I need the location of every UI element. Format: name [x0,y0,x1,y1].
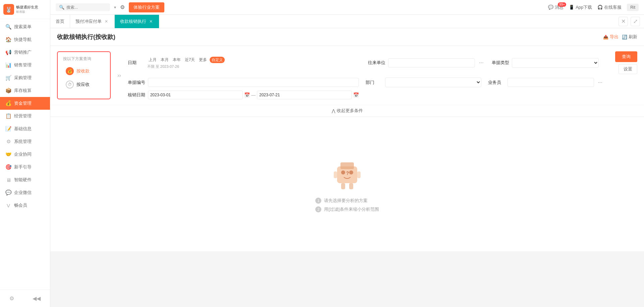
empty-tips: 1 请先选择要分析的方案 2 用[过滤]条件来缩小分析范围 [315,198,379,212]
staff-input[interactable] [507,78,594,87]
verify-date-start-input[interactable] [148,91,243,99]
sidebar-item-shortcut[interactable]: 🏠 快捷导航 [0,33,50,46]
online-service-btn[interactable]: 🎧 在线客服 [597,4,622,10]
shortcut-last-month[interactable]: 上月 [147,56,158,63]
sidebar-item-basic[interactable]: 📝 基础信息 [0,122,50,135]
filter-actions: 查询 设置 [615,51,637,74]
app-icon: 📱 [569,5,574,10]
inventory-icon: 📦 [5,88,11,94]
wechat-icon: 💬 [5,190,11,196]
message-btn[interactable]: 💬 消息 99+ [548,4,564,10]
sidebar-item-member[interactable]: V 畅会员 [0,199,50,212]
by-receivable-label: 按应收 [76,82,90,88]
calendar-start-icon[interactable]: 📅 [244,92,250,98]
app-name: 畅捷通好生意 [16,5,38,9]
bill-no-input[interactable] [148,78,359,87]
tip-num-1: 1 [315,198,321,204]
sidebar-item-label: 企业协同 [14,151,32,157]
sidebar-item-finance[interactable]: 💰 资金管理 [0,97,50,110]
empty-tip-2: 2 用[过滤]条件来缩小分析范围 [315,206,379,212]
service-icon: 🎧 [597,5,603,10]
dept-select[interactable] [385,78,481,87]
filter-row-1: 日期 上月 本月 本年 近7天 更多 自定义 不限 至 20 [128,51,637,74]
calendar-end-icon[interactable]: 📅 [353,92,359,98]
counterparty-label: 往来单位 [368,60,385,66]
collapse-sidebar-btn[interactable]: ◀◀ [29,293,45,304]
sidebar-item-label: 搜索菜单 [14,24,32,30]
counterparty-ellipsis-btn[interactable]: ··· [478,60,485,66]
sidebar-bottom: ⚙ ◀◀ [0,290,50,307]
refresh-btn[interactable]: 🔄 刷新 [622,34,637,40]
tab-bar: 首页 预付冲应付单 ✕ 收款核销执行 ✕ ✕ ⤢ [50,15,644,28]
shortcut-this-year[interactable]: 本年 [171,56,182,63]
system-icon: ⚙ [5,139,11,145]
verify-date-label: 核销日期 [128,92,145,98]
sidebar-item-guide[interactable]: 🎯 新手引导 [0,161,50,173]
search-icon: 🔍 [5,24,11,30]
shortcut-more[interactable]: 更多 [198,56,208,63]
topbar-right: 💬 消息 99+ 📱 App下载 🎧 在线客服 Rit [548,4,639,11]
svg-rect-5 [357,171,361,178]
staff-filter-cell: 业务员 ··· [488,78,604,87]
sidebar-item-purchase[interactable]: 🛒 采购管理 [0,71,50,84]
tab-receipt-verify[interactable]: 收款核销执行 ✕ [115,15,159,28]
tab-close-prepay[interactable]: ✕ [104,19,109,24]
shortcut-7days[interactable]: 近7天 [183,56,197,63]
topbar-gear-btn[interactable]: ⚙ [120,4,125,10]
tab-home[interactable]: 首页 [50,15,70,28]
industry-solution-btn[interactable]: 体验行业方案 [129,2,164,12]
settings-bottom-btn[interactable]: ⚙ [5,293,18,304]
topbar-search-box[interactable]: 🔍 [56,3,110,11]
setting-btn[interactable]: 设置 [619,64,637,74]
counterparty-input[interactable] [388,58,475,67]
tip-text-1: 请先选择要分析的方案 [324,198,368,204]
filter-option-by-receivable[interactable]: ⏱ 按应收 [63,79,105,90]
purchase-icon: 🛒 [5,75,11,81]
basic-icon: 📝 [5,126,11,132]
sales-icon: 📊 [5,62,11,68]
tab-prepay[interactable]: 预付冲应付单 ✕ [70,15,115,28]
collapse-more-icon: ⋀ [332,108,335,113]
counterparty-filter-cell: 往来单位 ··· [368,58,485,67]
sidebar-item-inventory[interactable]: 📦 库存核算 [0,84,50,97]
filter-panel: 按以下方案查询 💰 按收款 ⏱ 按应收 ›› 日期 [50,46,644,105]
sidebar-item-label: 基础信息 [14,126,32,132]
svg-text:?: ? [346,170,349,176]
filter-option-by-receipt[interactable]: 💰 按收款 [63,66,105,76]
app-download-btn[interactable]: 📱 App下载 [569,4,592,10]
sidebar-item-label: 快捷导航 [14,37,32,43]
topbar-dropdown-btn[interactable]: ▾ [114,5,116,10]
tab-close-receipt-verify[interactable]: ✕ [148,19,154,24]
sidebar-item-sales[interactable]: 📊 销售管理 [0,59,50,71]
sidebar-item-search[interactable]: 🔍 搜索菜单 [0,20,50,33]
verify-date-end-input[interactable] [257,91,352,99]
collapse-more-btn[interactable]: ⋀ 收起更多条件 [50,105,644,116]
topbar-search-input[interactable] [66,5,107,10]
close-tab-btn[interactable]: ✕ [619,17,628,26]
date-label: 日期 [128,60,145,66]
bill-type-filter-cell: 单据类型 ··· [492,58,608,68]
export-btn[interactable]: 📤 导出 [603,34,619,40]
tabbar-actions: ✕ ⤢ [619,17,644,26]
sidebar-item-marketing[interactable]: 📢 营销推广 [0,46,50,59]
svg-rect-4 [334,171,337,178]
sidebar-item-label: 库存核算 [14,88,32,94]
query-btn[interactable]: 查询 [615,51,637,62]
page-title: 收款核销执行(按收款) [57,33,115,46]
bill-type-select[interactable] [512,58,599,68]
page-header: 收款核销执行(按收款) 📤 导出 🔄 刷新 [50,28,644,46]
sidebar-item-business[interactable]: 📋 经营管理 [0,110,50,122]
staff-ellipsis-btn[interactable]: ··· [597,80,604,86]
sidebar-item-label: 经营管理 [14,113,32,119]
sidebar-item-enterprise[interactable]: 🤝 企业协同 [0,148,50,161]
sidebar-item-system[interactable]: ⚙ 系统管理 [0,135,50,148]
sidebar-item-wechat[interactable]: 💬 企业微信 [0,186,50,199]
filter-collapse-btn[interactable]: ›› [116,51,122,99]
user-avatar-btn[interactable]: Rit [627,4,639,11]
sidebar-item-hardware[interactable]: 🖥 智能硬件 [0,173,50,186]
shortcut-custom[interactable]: 自定义 [210,57,225,63]
query-mode-panel: 按以下方案查询 💰 按收款 ⏱ 按应收 [57,51,111,99]
shortcut-this-month[interactable]: 本月 [159,56,170,63]
expand-tab-btn[interactable]: ⤢ [631,17,640,26]
sidebar-item-label: 新手引导 [14,164,32,170]
